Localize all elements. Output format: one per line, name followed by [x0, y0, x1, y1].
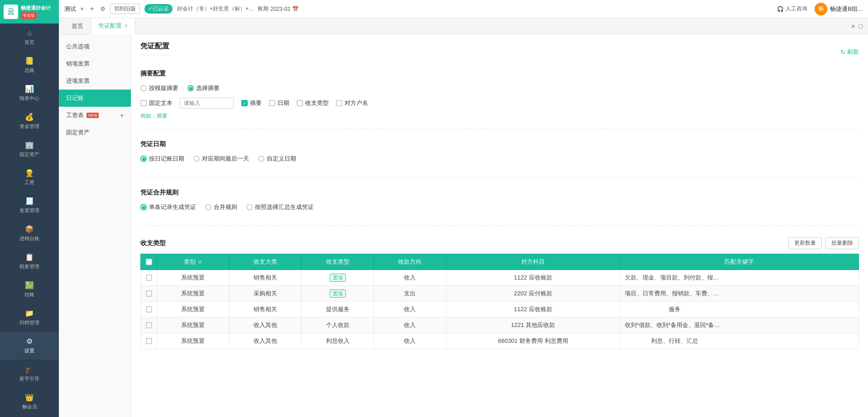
- left-nav-item-1[interactable]: 销项发票: [59, 55, 131, 72]
- td-subject-1: 2202 应付账款: [446, 286, 620, 302]
- table-header-row: 收支类型 更新数量 批量删除: [140, 237, 859, 249]
- sidebar-item-新手引导[interactable]: 🎓新手引导: [0, 360, 59, 388]
- checkbox-counterparty[interactable]: 对方户名: [336, 99, 368, 107]
- keywords-text-3: 收到*借款、收到*备用金、退回*备用金、个人: [625, 321, 724, 329]
- sidebar-icon-9: 💹: [25, 281, 34, 289]
- row-checkbox-3[interactable]: [146, 322, 152, 328]
- checkbox-fixed-text[interactable]: 固定文本: [140, 99, 173, 107]
- window-max-button[interactable]: □: [859, 23, 863, 30]
- radio-template-summary[interactable]: 按模版摘要: [140, 84, 178, 92]
- topbar-dropdown-icon[interactable]: ▾: [81, 5, 84, 12]
- radio-select-summary[interactable]: 选择摘要: [187, 84, 220, 92]
- left-nav-item-3[interactable]: 日记账: [59, 90, 131, 107]
- sidebar-item-报表中心[interactable]: 📊报表中心: [0, 79, 59, 107]
- radio-single-circle: [140, 204, 147, 210]
- config-area: 凭证配置 ↻ 刷新 摘要配置 按模版摘要 选择摘要: [131, 34, 868, 417]
- sidebar-item-归档管理[interactable]: 📁归档管理: [0, 303, 59, 332]
- td-type-4: 利息收入: [302, 333, 374, 349]
- checkbox-income-type[interactable]: 收支类型: [297, 99, 329, 107]
- update-count-button[interactable]: 更新数量: [788, 237, 822, 249]
- select-all-checkbox[interactable]: [146, 259, 152, 265]
- row-checkbox-2[interactable]: [146, 306, 152, 313]
- radio-period-label: 对应期间最后一天: [202, 155, 249, 163]
- radio-merge-circle: [205, 204, 211, 210]
- row-checkbox-0[interactable]: [146, 275, 152, 281]
- left-nav-label-2: 进项发票: [66, 77, 90, 85]
- top-tag-1[interactable]: 置顶: [330, 289, 346, 298]
- radio-template-circle: [140, 85, 147, 91]
- sidebar-label-11: 设置: [24, 347, 34, 354]
- sidebar-item-结账[interactable]: 💹结账: [0, 275, 59, 303]
- left-nav-item-0[interactable]: 公共选项: [59, 38, 131, 55]
- checkbox-date-label: 日期: [278, 99, 289, 107]
- td-checkbox-0: [141, 270, 157, 286]
- help-button[interactable]: 🎧 人工咨询: [777, 5, 807, 13]
- top-tag-0[interactable]: 置顶: [330, 274, 346, 282]
- summary-checkbox-row: 固定文本 ✓ 摘要 日期 收支类型: [140, 98, 859, 109]
- checkbox-summary[interactable]: ✓ 摘要: [241, 99, 262, 107]
- app-logo: 云 畅捷通好会计 专业版: [0, 0, 59, 24]
- radio-journal-date[interactable]: 按日记账日期: [140, 155, 184, 163]
- radio-period-last-day[interactable]: 对应期间最后一天: [193, 155, 249, 163]
- date-radio-group: 按日记账日期 对应期间最后一天 自定义日期: [140, 155, 859, 163]
- left-nav-item-5[interactable]: 固定资产: [59, 124, 131, 141]
- radio-single-record[interactable]: 单条记录生成凭证: [140, 203, 196, 211]
- logo-text-block: 畅捷通好会计 专业版: [21, 5, 51, 19]
- td-checkbox-2: [141, 302, 157, 317]
- checkbox-fixed-label: 固定文本: [149, 99, 173, 107]
- td-checkbox-1: [141, 286, 157, 302]
- td-type-2: 提供服务: [302, 302, 374, 317]
- refresh-button[interactable]: ↻ 刷新: [840, 48, 859, 56]
- window-close-button[interactable]: ×: [851, 23, 855, 30]
- merge-radio-group: 单条记录生成凭证 合并规则 按照选择汇总生成凭证: [140, 203, 859, 211]
- period-label: 账期: [258, 5, 269, 13]
- fixed-text-input[interactable]: [180, 98, 234, 109]
- radio-journal-circle: [140, 156, 147, 162]
- radio-custom-date[interactable]: 自定义日期: [258, 155, 296, 163]
- td-type-3: 个人收款: [302, 317, 374, 333]
- tab-home[interactable]: 首页: [64, 18, 91, 34]
- checkbox-counterparty-label: 对方户名: [345, 99, 368, 107]
- calendar-icon[interactable]: 📅: [292, 6, 299, 12]
- left-nav-label-4: 工资表: [66, 111, 84, 119]
- income-type-section: 收支类型 更新数量 批量删除 类别 ∨ 收支大类: [140, 237, 859, 349]
- tab-voucher-config[interactable]: 凭证配置 ×: [91, 18, 135, 34]
- radio-summary-voucher[interactable]: 按照选择汇总生成凭证: [246, 203, 314, 211]
- refresh-icon: ↻: [840, 49, 845, 56]
- batch-delete-button[interactable]: 批量删除: [825, 237, 859, 249]
- sidebar-item-税务管理[interactable]: 📋税务管理: [0, 247, 59, 275]
- row-checkbox-1[interactable]: [146, 290, 152, 297]
- table-row: 系统预置 收入其他 利息收入 收入 660301 财务费用 利息费用 利息、行转…: [141, 333, 859, 349]
- page-title: 凭证配置: [140, 42, 169, 55]
- income-type-table: 类别 ∨ 收支大类 收支类型 收款方向 对方科目 匹配关键字 系统预置 销售相关…: [140, 254, 859, 349]
- tab-close-button[interactable]: ×: [125, 23, 128, 29]
- sidebar-item-进销台账[interactable]: 📦进销台账: [0, 219, 59, 247]
- sidebar-item-总账[interactable]: 📒总账: [0, 51, 59, 79]
- td-major-type-2: 销售相关: [229, 302, 302, 317]
- sidebar-item-固定资产[interactable]: 🏢固定资产: [0, 135, 59, 163]
- sidebar-item-资金管理[interactable]: 💰资金管理: [0, 107, 59, 135]
- sidebar-item-发票管理[interactable]: 🧾发票管理: [0, 191, 59, 219]
- sidebar-item-畅会员[interactable]: 👑畅会员: [0, 388, 59, 416]
- td-direction-1: 支出: [374, 286, 446, 302]
- left-nav: 公共选项销项发票进项发票日记账工资表NEW▾固定资产: [59, 34, 131, 417]
- td-keywords-2: 服务: [620, 302, 858, 317]
- radio-single-label: 单条记录生成凭证: [149, 203, 196, 211]
- left-nav-item-2[interactable]: 进项发票: [59, 72, 131, 90]
- sidebar-item-工资[interactable]: 👷工资: [0, 163, 59, 191]
- checkbox-date[interactable]: 日期: [269, 99, 289, 107]
- user-menu[interactable]: 畅 畅捷通B组...: [815, 3, 863, 15]
- th-checkbox: [141, 254, 157, 270]
- sidebar-icon-4: 🏢: [25, 141, 34, 149]
- topbar-settings-icon[interactable]: ⚙: [100, 5, 106, 12]
- left-nav-item-4[interactable]: 工资表NEW▾: [59, 107, 131, 124]
- sidebar-item-首页[interactable]: ⌂首页: [0, 24, 59, 51]
- old-version-button[interactable]: 切到旧版: [110, 4, 140, 14]
- radio-journal-label: 按日记账日期: [149, 155, 184, 163]
- sidebar-item-设置[interactable]: ⚙设置: [0, 332, 59, 360]
- td-category-2: 系统预置: [157, 302, 230, 317]
- row-checkbox-4[interactable]: [146, 338, 152, 344]
- table-head: 类别 ∨ 收支大类 收支类型 收款方向 对方科目 匹配关键字: [141, 254, 859, 270]
- topbar-add-button[interactable]: ＋: [88, 4, 96, 14]
- radio-merge-rule[interactable]: 合并规则: [205, 203, 237, 211]
